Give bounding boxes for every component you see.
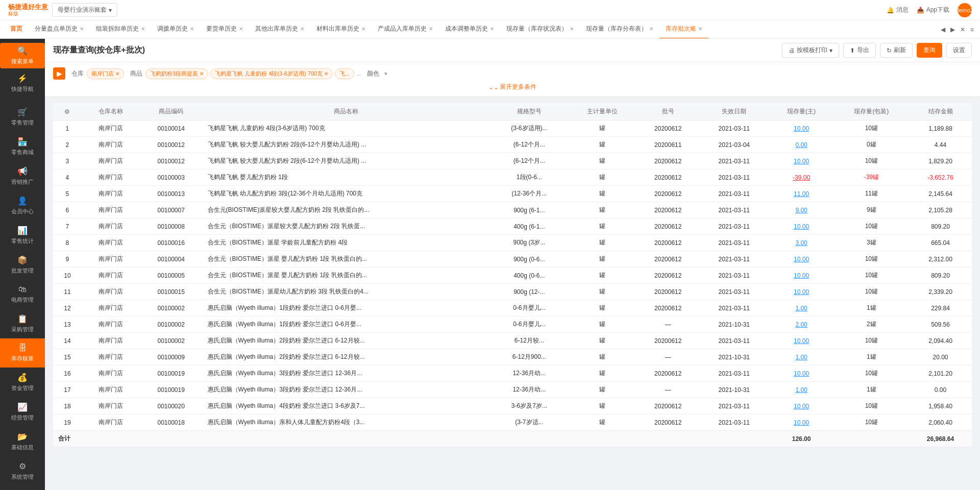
filter-expand-arrow[interactable]: ▶ xyxy=(53,67,65,80)
cell-qty[interactable]: 1.00 xyxy=(769,382,834,398)
cell-batch: 20200612 xyxy=(636,218,699,235)
tag-close-icon[interactable]: ✕ xyxy=(200,71,204,77)
cell-qty[interactable]: 10.00 xyxy=(769,120,834,137)
close-icon[interactable]: ✕ xyxy=(300,26,304,32)
cell-expire: 2021-03-11 xyxy=(699,218,769,235)
cell-warehouse: 南岸门店 xyxy=(82,333,140,349)
product-tag-1[interactable]: 飞鹤奶粉3段两提装 ✕ xyxy=(145,68,208,79)
table-row: 1 南岸门店 00100014 飞鹤星飞帆 儿童奶粉 4段(3-6岁适用) 70… xyxy=(53,120,972,137)
cell-qty[interactable]: 10.00 xyxy=(769,284,834,300)
cell-qty-unit: 3罐 xyxy=(834,235,909,251)
product-tag-more[interactable]: 飞... xyxy=(335,68,354,79)
header-actions: 🖨 按模板打印 ▾ ⬆ 导出 ↻ 刷新 查询 设置 xyxy=(782,43,972,58)
tab-close-all[interactable]: ✕ xyxy=(958,25,967,34)
cell-qty[interactable]: 10.00 xyxy=(769,218,834,235)
close-icon[interactable]: ✕ xyxy=(239,26,243,32)
cell-qty[interactable]: 10.00 xyxy=(769,414,834,431)
export-button[interactable]: ⬆ 导出 xyxy=(843,43,876,58)
cell-no: 8 xyxy=(53,235,82,251)
sidebar-item-retail-stats[interactable]: 📊 零售统计 xyxy=(0,220,45,250)
query-button[interactable]: 查询 xyxy=(917,43,942,58)
tab-xianqun-kucun[interactable]: 现存量（库存状况表） ✕ xyxy=(500,20,580,39)
cell-qty[interactable]: 10.00 xyxy=(769,398,834,414)
tag-close-icon[interactable]: ✕ xyxy=(115,71,119,77)
color-dropdown-arrow[interactable]: ▾ xyxy=(384,70,387,77)
cell-qty[interactable]: 0.00 xyxy=(769,137,834,153)
cell-qty[interactable]: 10.00 xyxy=(769,333,834,349)
expand-conditions-button[interactable]: ⌄⌄ 展开更多条件 xyxy=(488,83,536,91)
cell-qty[interactable]: 3.00 xyxy=(769,235,834,251)
cell-warehouse: 南岸门店 xyxy=(82,218,140,235)
sidebar-item-inventory[interactable]: 🗄 库存核算 xyxy=(0,338,45,368)
cell-qty[interactable]: 10.00 xyxy=(769,251,834,267)
app-download-button[interactable]: 📥 App下载 xyxy=(917,6,949,14)
sidebar-item-ecommerce[interactable]: 🛍 电商管理 xyxy=(0,280,45,309)
sidebar-item-member[interactable]: 👤 会员中心 xyxy=(0,191,45,220)
cell-qty[interactable]: 11.00 xyxy=(769,186,834,202)
sidebar-item-marketing[interactable]: 📢 营销推广 xyxy=(0,161,45,191)
close-icon[interactable]: ✕ xyxy=(80,26,84,32)
tab-prev-arrow[interactable]: ◀ xyxy=(939,25,947,34)
cell-qty[interactable]: 1.00 xyxy=(769,300,834,316)
tab-next-arrow[interactable]: ▶ xyxy=(948,25,957,34)
sidebar-item-finance[interactable]: 💰 资金管理 xyxy=(0,368,45,397)
close-icon[interactable]: ✕ xyxy=(698,26,702,32)
cell-qty[interactable]: 10.00 xyxy=(769,153,834,169)
tab-zuchai[interactable]: 组装拆卸单历史 ✕ xyxy=(90,20,151,39)
cell-qty[interactable]: 10.00 xyxy=(769,267,834,284)
sidebar-item-retail-mall[interactable]: 🏪 零售商城 xyxy=(0,132,45,161)
close-icon[interactable]: ✕ xyxy=(190,26,194,32)
sidebar-item-wholesale[interactable]: 📦 批发管理 xyxy=(0,250,45,280)
tab-yaohuo[interactable]: 要货单历史 ✕ xyxy=(200,20,249,39)
tab-menu[interactable]: ≡ xyxy=(968,25,976,34)
cell-warehouse: 南岸门店 xyxy=(82,398,140,414)
settings-button[interactable]: 设置 xyxy=(946,43,972,58)
close-icon[interactable]: ✕ xyxy=(429,26,433,32)
message-button[interactable]: 🔔 消息 xyxy=(887,6,909,14)
cell-no: 1 xyxy=(53,120,82,137)
warehouse-tag[interactable]: 南岸门店 ✕ xyxy=(87,68,124,79)
close-icon[interactable]: ✕ xyxy=(141,26,145,32)
cell-amount: 1,829.20 xyxy=(909,153,972,169)
close-icon[interactable]: ✕ xyxy=(361,26,365,32)
close-icon[interactable]: ✕ xyxy=(649,26,653,32)
tab-cailiao[interactable]: 材料出库单历史 ✕ xyxy=(310,20,372,39)
avatar[interactable]: demo2 xyxy=(958,3,972,17)
cell-no: 5 xyxy=(53,186,82,202)
cell-qty[interactable]: 2.00 xyxy=(769,316,834,333)
tab-home[interactable]: 首页 xyxy=(4,20,29,39)
print-button[interactable]: 🖨 按模板打印 ▾ xyxy=(782,43,839,58)
close-icon[interactable]: ✕ xyxy=(570,26,574,32)
cell-qty[interactable]: 10.00 xyxy=(769,365,834,382)
col-settings[interactable]: ⚙ xyxy=(53,103,82,120)
sidebar-item-operation[interactable]: 📈 经营管理 xyxy=(0,397,45,427)
cell-qty[interactable]: 9.00 xyxy=(769,202,834,218)
sidebar-item-search[interactable]: 🔍 搜索菜单 xyxy=(0,43,45,68)
sidebar-item-enterprise[interactable]: 🤝 企业协同 xyxy=(0,486,45,490)
inventory-table: ⚙ 仓库名称 商品编码 商品名称 规格型号 主计量单位 批号 失效日期 现存量(… xyxy=(53,103,972,447)
cell-qty-unit: 10罐 xyxy=(834,251,909,267)
close-icon[interactable]: ✕ xyxy=(490,26,494,32)
tab-fenpan[interactable]: 分量盘点单历史 ✕ xyxy=(29,20,90,39)
sidebar-item-system[interactable]: ⚙ 系统管理 xyxy=(0,456,45,486)
tab-kucun-pici[interactable]: 库存批次账 ✕ xyxy=(659,20,708,39)
refresh-button[interactable]: ↻ 刷新 xyxy=(880,43,913,58)
sidebar-item-retail[interactable]: 🛒 零售管理 xyxy=(0,102,45,132)
sidebar-item-quick-nav[interactable]: ⚡ 快捷导航 xyxy=(0,68,45,98)
tab-xiancun-fenpei[interactable]: 现存量（库存分布表） ✕ xyxy=(580,20,659,39)
cell-no: 13 xyxy=(53,316,82,333)
sidebar-item-base[interactable]: 📂 基础信息 xyxy=(0,427,45,456)
tab-qitachu[interactable]: 其他出库单历史 ✕ xyxy=(249,20,310,39)
cell-qty[interactable]: 1.00 xyxy=(769,349,834,365)
org-selector[interactable]: 母婴行业演示账套 ▾ xyxy=(52,3,117,17)
cell-amount: 4.44 xyxy=(909,137,972,153)
cell-spec: 400g (6-1... xyxy=(490,218,568,235)
product-tag-2[interactable]: 飞鹤星飞帆 儿童奶粉 4段(3-6岁适用) 700克 ✕ xyxy=(210,68,333,79)
cell-qty[interactable]: -39.00 xyxy=(769,169,834,186)
tab-tiaobo[interactable]: 调拨单历史 ✕ xyxy=(151,20,200,39)
tab-chengben[interactable]: 成本调整单历史 ✕ xyxy=(439,20,500,39)
sidebar-item-purchase[interactable]: 📋 采购管理 xyxy=(0,309,45,338)
tag-close-icon[interactable]: ✕ xyxy=(324,71,328,77)
tab-chanpin[interactable]: 产成品入库单历史 ✕ xyxy=(372,20,439,39)
refresh-icon: ↻ xyxy=(887,47,892,54)
